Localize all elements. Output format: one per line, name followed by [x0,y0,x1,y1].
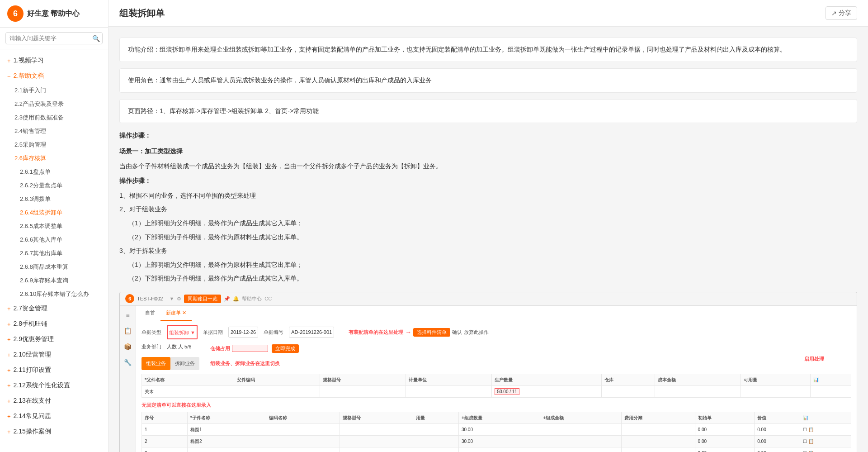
ss-no-label: 单据编号 [264,328,283,337]
ss-lower-table-header: 序号 *子件名称 编码名称 规格型号 用量 +组成数量 +组成金额 费用分摊 初 [142,412,851,423]
plus-icon-2-15: + [7,428,11,435]
sidebar-item-2-15[interactable]: + 2.15操作案例 [0,424,108,439]
step2: 2、对于组装业务 [119,203,857,215]
ss-lower-table: 序号 *子件名称 编码名称 规格型号 用量 +组成数量 +组成金额 费用分摊 初 [142,412,851,452]
steps-section: 操作步骤： 场景一：加工类型选择 当由多个子件材料组装成一个成品的业务为【组装】… [119,129,857,452]
step3-2: （2）下部明细为子件明细，最终作为产成品生成其它入库单。 [119,272,857,285]
sidebar-item-docs[interactable]: − 2.帮助文档 [0,68,108,84]
search-input[interactable] [5,32,103,44]
sidebar-item-2-1[interactable]: 2.1新手入门 [0,84,108,97]
sidebar-item-2-2[interactable]: 2.2产品安装及登录 [0,97,108,111]
table-row: 关木 50.00 / 11 [142,385,851,397]
sidebar-item-2-6[interactable]: 2.6库存核算 [0,152,108,165]
sidebar-item-2-6-10[interactable]: 2.6.10库存账本错了怎么办 [0,287,108,301]
plus-icon-2-11: + [7,367,11,374]
sidebar-item-2-6-2[interactable]: 2.6.2分量盘点单 [0,179,108,192]
sidebar-nav: + 1.视频学习 − 2.帮助文档 2.1新手入门 2.2产品安装及登录 2.3… [0,49,108,452]
sidebar-item-2-7[interactable]: + 2.7资金管理 [0,301,108,316]
screenshot: 6 TEST-H002 ▼ ⚙ 同期账目一览 📌 🔔 帮助中心 CC [119,292,857,452]
ss-tab-home[interactable]: 自首 [140,306,160,321]
steps-sub-title: 操作步骤： [119,175,857,187]
step1: 1、根据不同的业务，选择不同单据的类型来处理 [119,190,857,202]
sidebar-item-2-4[interactable]: 2.4销售管理 [0,124,108,138]
intro-block: 功能介绍：组装拆卸单用来处理企业组装或拆卸等加工业务，支持有固定装配清单的产品加… [119,38,857,62]
ss-disassembly-type[interactable]: 拆卸业务 [170,357,199,370]
ss-logo: 6 [125,294,134,303]
ss-confirm-btn[interactable]: 立即完成 [272,344,299,353]
sidebar-header: 6 好生意 帮助中心 [0,0,108,28]
step3: 3、对于拆装业务 [119,245,857,257]
sidebar-item-2-5[interactable]: 2.5采购管理 [0,138,108,152]
sidebar-item-2-8[interactable]: + 2.8手机旺铺 [0,316,108,332]
share-button[interactable]: ↗ 分享 [826,6,857,20]
sidebar-item-2-10[interactable]: + 2.10经营管理 [0,347,108,362]
ss-tab-bar: 自首 新建单 ✕ [136,306,857,321]
ss-company: TEST-H002 [137,294,163,304]
ss-annotation2: 有装配清单的在这里处理 [349,328,403,337]
sidebar-item-2-6-9[interactable]: 2.6.9库存账本查询 [0,274,108,287]
scenario1-desc: 当由多个子件材料组装成一个成品的业务为【组装】业务，当由一个父件拆分成多个子产品… [119,160,857,172]
main-header: 组装拆卸单 ↗ 分享 [108,0,868,27]
plus-icon-2-14: + [7,413,11,420]
app-title: 好生意 帮助中心 [27,9,80,19]
ss-type-value[interactable]: 组装拆卸 ▼ [167,325,198,340]
logo-circle: 6 [7,5,24,22]
content-area: 功能介绍：组装拆卸单用来处理企业组装或拆卸等加工业务，支持有固定装配清单的产品加… [108,27,868,452]
ss-date-value[interactable]: 2019-12-26 [228,327,258,338]
sidebar: 6 好生意 帮助中心 🔍 + 1.视频学习 − 2.帮助文档 2.1新手入门 2… [0,0,108,452]
ss-nav-icon-2: 📋 [124,325,132,337]
ss-date-label: 单据日期 [203,328,223,337]
sidebar-item-2-6-3[interactable]: 2.6.3调拨单 [0,192,108,206]
sidebar-item-2-6-1[interactable]: 2.6.1盘点单 [0,165,108,179]
share-icon: ↗ [831,10,837,17]
sidebar-item-2-12[interactable]: + 2.12系统个性化设置 [0,378,108,393]
sidebar-item-video[interactable]: + 1.视频学习 [0,53,108,68]
sidebar-item-2-6-5[interactable]: 2.6.5成本调整单 [0,219,108,233]
ss-select-list-btn[interactable]: 选择料件清单 [413,328,450,337]
ss-top-bar: 6 TEST-H002 ▼ ⚙ 同期账目一览 📌 🔔 帮助中心 CC [120,292,857,306]
search-button[interactable]: 🔍 [92,35,100,42]
ss-annotation1: 组装业务、拆卸业务在这里切换 [210,361,280,366]
ss-form-row-2: 业务部门 人数 人 5/6 仓储占用 立即完成 [142,342,851,354]
ss-assembly-type[interactable]: 组装业务 [142,357,170,370]
table-row: 1 椭圆1 30.00 0.00 [142,423,851,435]
ss-content-area: 单据类型 组装拆卸 ▼ 单据日期 2019-12-26 单据编号 AD-2019… [136,321,857,452]
ss-type-label: 单据类型 [142,328,161,337]
table-row: 2 椭圆2 30.00 0.00 [142,435,851,447]
sidebar-item-2-13[interactable]: + 2.13在线支付 [0,393,108,409]
ss-no-value[interactable]: AD-20191226-001 [289,327,334,338]
main: 组装拆卸单 ↗ 分享 功能介绍：组装拆卸单用来处理企业组装或拆卸等加工业务，支持… [108,0,868,452]
ss-nav-icon-4: 🔧 [124,357,132,369]
ss-annotation4: 无固定清单可以直接在这里录入 [142,400,211,410]
step2-1: （1）上部明细为父件明细，最终作为产成品生成其它入库单； [119,217,857,229]
sidebar-item-2-6-6[interactable]: 2.6.6其他入库单 [0,233,108,247]
sidebar-item-2-6-4[interactable]: 2.6.4组装拆卸单 [0,206,108,219]
ss-warehouse-input[interactable] [232,345,268,352]
plus-icon-2-8: + [7,321,11,328]
step2-2: （2）下部明细为子件明细，最终作为原材料生成其它出库单。 [119,231,857,243]
sidebar-item-2-9[interactable]: + 2.9优惠券管理 [0,332,108,347]
ss-overview-btn[interactable]: 同期账目一览 [184,295,221,303]
ss-dept-label: 业务部门 [142,342,161,352]
ss-form-row-1: 单据类型 组装拆卸 ▼ 单据日期 2019-12-26 单据编号 AD-2019… [142,325,851,340]
ss-nav-icon-3: 📦 [124,341,132,353]
sidebar-item-2-6-8[interactable]: 2.6.8商品成本重算 [0,260,108,274]
plus-icon-2-9: + [7,336,11,343]
path-block: 页面路径：1、库存核算->库存管理->组装拆卸单 2、首页->常用功能 [119,99,857,124]
plus-icon-2-7: + [7,305,11,312]
ss-upper-table-header: *父件名称 父件编码 规格型号 计量单位 生产数量 仓库 成本金额 可用量 📊 [142,374,851,385]
ss-tab-new[interactable]: 新建单 ✕ [160,306,192,321]
arrow-icon-1: → [405,326,411,338]
sidebar-item-2-11[interactable]: + 2.11打印设置 [0,362,108,378]
ss-right-panel: 自首 新建单 ✕ 单据类型 组装拆卸 ▼ 单据日期 [136,306,857,452]
role-block: 使用角色：通常由生产人员或库管人员完成拆装业务的操作，库管人员确认原材料的出库和… [119,68,857,93]
ss-nav-icon-1: ≡ [126,309,129,322]
sidebar-item-2-3[interactable]: 2.3使用前数据准备 [0,111,108,124]
page-title: 组装拆卸单 [119,7,165,19]
step3-1: （1）上部明细为父件明细，最终作为原材料生成其它出库单； [119,259,857,271]
plus-icon-2-13: + [7,398,11,404]
ss-annotation3: 启用处理 [804,356,824,362]
sidebar-item-2-14[interactable]: + 2.14常见问题 [0,409,108,424]
sidebar-item-2-6-7[interactable]: 2.6.7其他出库单 [0,247,108,260]
plus-icon: + [7,57,11,64]
